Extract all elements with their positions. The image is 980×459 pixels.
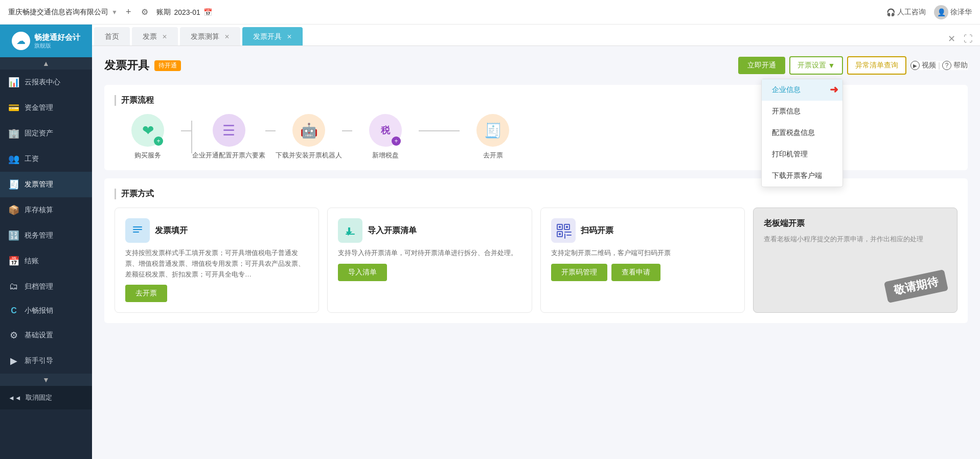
tab-fapiaocesuan[interactable]: 发票测算 ✕ [180,27,240,45]
scan-invoice-desc: 支持定制开票二维码，客户端可扫码开票 [551,248,734,259]
flow-step-4-label: 新增税盘 [372,151,399,160]
sidebar-item-label: 基础设置 [25,331,53,340]
sidebar-item-label: 新手引导 [25,356,53,365]
flow-step-3-icon: 🤖 [292,114,325,147]
sidebar-cancel-pin[interactable]: ◄◄ 取消固定 [0,386,92,409]
fill-invoice-title: 发票填开 [155,225,188,236]
scan-invoice-title: 扫码开票 [581,225,613,236]
sidebar-item-xiaochangbaoxiao[interactable]: C 小畅报销 [0,299,92,323]
sidebar-item-zijin[interactable]: 💳 资金管理 [0,95,92,121]
tab-fapiaokaizhang[interactable]: 发票开具 ✕ [242,27,303,45]
flow-step-2-label: 企业开通配置开票六要素 [192,151,265,160]
import-invoice-button[interactable]: 导入清单 [338,264,387,281]
svg-rect-2 [133,229,142,230]
sidebar-item-label: 税务管理 [25,231,53,240]
user-avatar-icon: 👤 [934,5,948,19]
method-card-boss: 老板端开票 查看老板端小程序提交的开票申请，并作出相应的处理 敬请期待 [753,208,958,313]
flow-connector-4 [419,130,429,131]
sidebar-item-yunbao[interactable]: 📊 云报表中心 [0,70,92,95]
sidebar-item-shuiwu[interactable]: 🔢 税务管理 [0,223,92,248]
kucun-icon: 📦 [8,204,19,216]
sidebar-item-jichushezhi[interactable]: ⚙ 基础设置 [0,323,92,348]
methods-section-title: 开票方式 [115,189,958,199]
guidang-icon: 🗂 [8,281,19,292]
dropdown-item-peizhi[interactable]: 配置税盘信息 [762,122,842,144]
flow-connector-2 [265,130,276,131]
tab-fapiao[interactable]: 发票 ✕ [132,27,178,45]
dropdown-item-dayinji[interactable]: 打印机管理 [762,144,842,165]
sidebar: ☁ 畅捷通好会计 旗舰版 ▲ 📊 云报表中心 💳 资金管理 🏢 固定资产 👥 工… [0,25,92,459]
sidebar-item-gongzi[interactable]: 👥 工资 [0,146,92,172]
consult-button[interactable]: 🎧 人工咨询 [886,8,926,17]
dropdown-item-xiazai[interactable]: 下载开票客户端 [762,165,842,187]
sidebar-item-gudingzichan[interactable]: 🏢 固定资产 [0,121,92,146]
play-icon: ▶ [910,61,920,70]
tab-close-fapiaocesuan[interactable]: ✕ [224,33,230,40]
sidebar-item-jiezhang[interactable]: 📅 结账 [0,248,92,274]
method-cards: 发票填开 支持按照发票样式手工填开发票；可开具增值税电子普通发票、增值税普通发票… [115,208,958,313]
flow-step-1: ❤ + 购买服务 [115,114,181,160]
red-arrow-icon: ➜ [830,83,838,96]
settings-icon[interactable]: ⚙ [139,7,150,17]
sidebar-item-label: 固定资产 [25,129,53,138]
jichushezhi-icon: ⚙ [8,330,19,341]
methods-section: 开票方式 [104,178,968,323]
sidebar-item-label: 资金管理 [25,103,53,112]
sidebar-scroll-down[interactable]: ▼ [0,374,92,386]
sidebar-item-fapiao[interactable]: 🧾 发票管理 [0,172,92,197]
dropdown-item-kaipiaoxinxi[interactable]: 开票信息 [762,101,842,122]
flow-step-2-icon: ☰ [213,114,245,147]
sidebar-item-label: 发票管理 [25,180,53,189]
video-help-button[interactable]: ▶ 视频 | ? 帮助 [910,61,968,70]
sidebar-scroll-up[interactable]: ▲ [0,57,92,70]
boss-invoice-title: 老板端开票 [764,218,805,229]
tab-close-fapiao[interactable]: ✕ [162,33,167,40]
flow-connector-dots [429,130,460,131]
tab-maximize-button[interactable]: ⛶ [961,33,976,45]
sidebar-item-kucun[interactable]: 📦 库存核算 [0,197,92,223]
svg-rect-14 [566,235,572,236]
flow-step-5-icon: 🧾 [476,114,509,147]
tab-close-all-button[interactable]: ✕ [945,32,959,45]
boss-invoice-desc: 查看老板端小程序提交的开票申请，并作出相应的处理 [764,234,947,245]
sidebar-item-xinshoudaoyou[interactable]: ▶ 新手引导 [0,348,92,374]
scan-view-apply-button[interactable]: 查看申请 [611,264,660,281]
flow-step-1-label: 购买服务 [134,151,161,160]
tab-actions: ✕ ⛶ [945,32,980,45]
fapiao-icon: 🧾 [8,179,19,190]
page-title: 发票开具 [104,58,149,73]
user-menu[interactable]: 👤 徐泽华 [934,5,972,19]
scan-code-manage-button[interactable]: 开票码管理 [551,264,607,281]
main-layout: ☁ 畅捷通好会计 旗舰版 ▲ 📊 云报表中心 💳 资金管理 🏢 固定资产 👥 工… [0,25,980,459]
abnormal-query-button[interactable]: 异常清单查询 [847,56,906,75]
calendar-icon[interactable]: 📅 [203,8,212,16]
sidebar-item-label: 工资 [25,154,39,164]
import-invoice-icon [338,218,362,243]
invoice-settings-button[interactable]: 开票设置 ▼ [789,56,844,75]
sidebar-item-label: 归档管理 [25,282,53,291]
activate-button[interactable]: 立即开通 [738,57,785,74]
company-selector[interactable]: 重庆畅捷交通信息咨询有限公司 ▼ [8,8,118,17]
flow-step-3: 🤖 下载并安装开票机器人 [276,114,342,160]
logo-sub: 旗舰版 [34,42,80,50]
scan-invoice-icon [551,218,576,243]
headset-icon: 🎧 [886,8,895,16]
page-header: 发票开具 待开通 立即开通 开票设置 ▼ [104,56,968,75]
header-actions: 立即开通 开票设置 ▼ 企业信息 ➜ [738,56,968,75]
flow-step-3-label: 下载并安装开票机器人 [276,151,342,160]
tab-close-fapiaokaizhang[interactable]: ✕ [287,33,292,40]
sidebar-item-label: 云报表中心 [25,78,60,87]
add-tab-button[interactable]: + [124,7,133,17]
import-invoice-desc: 支持导入待开票清单，可对待开票清单进行拆分、合并处理。 [338,248,521,259]
svg-rect-12 [564,232,572,233]
flow-step-2: ☰ 企业开通配置开票六要素 [192,114,265,160]
svg-rect-9 [559,226,561,228]
svg-rect-11 [559,233,561,235]
svg-rect-0 [131,223,144,238]
tab-bar: 首页 发票 ✕ 发票测算 ✕ 发票开具 ✕ ✕ ⛶ [92,25,980,46]
sidebar-item-guidang[interactable]: 🗂 归档管理 [0,274,92,299]
tab-home[interactable]: 首页 [94,27,130,45]
settings-dropdown-wrapper: 开票设置 ▼ 企业信息 ➜ 开票信息 [789,56,844,75]
flow-step-1-icon: ❤ + [131,114,164,147]
fill-invoice-button[interactable]: 去开票 [125,285,167,302]
